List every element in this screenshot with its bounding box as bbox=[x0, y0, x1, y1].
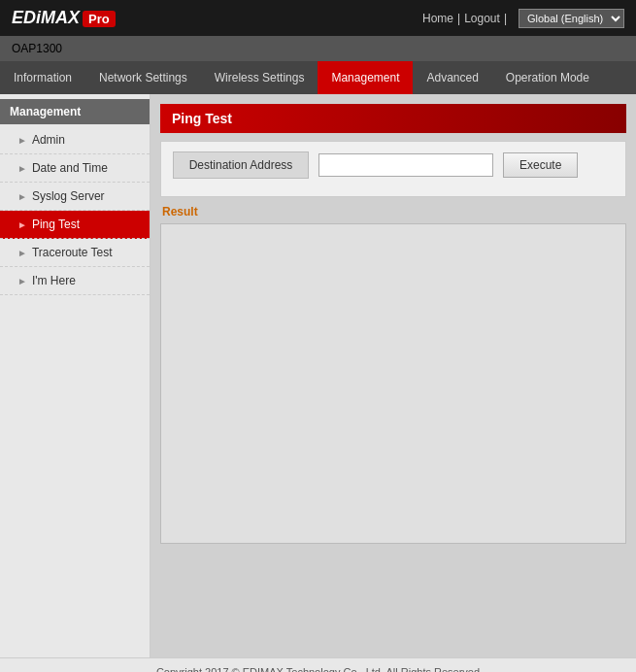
nav-item-wireless-settings[interactable]: Wireless Settings bbox=[201, 61, 318, 94]
arrow-icon: ► bbox=[17, 163, 27, 174]
arrow-icon: ► bbox=[17, 219, 27, 230]
execute-button[interactable]: Execute bbox=[503, 152, 578, 178]
nav-item-information[interactable]: Information bbox=[0, 61, 85, 94]
main-nav: Information Network Settings Wireless Se… bbox=[0, 61, 636, 94]
logout-link[interactable]: Logout bbox=[464, 12, 500, 25]
ping-form: Destination Address Execute bbox=[160, 141, 626, 197]
result-section: Result bbox=[160, 205, 626, 544]
sidebar-item-admin[interactable]: ► Admin bbox=[0, 126, 150, 154]
header-links: Home | Logout | Global (English) bbox=[422, 9, 624, 28]
arrow-icon: ► bbox=[17, 276, 27, 286]
arrow-icon: ► bbox=[17, 191, 27, 202]
sidebar-item-label: I'm Here bbox=[32, 274, 76, 287]
logo-edimax: EDiMAXPro bbox=[12, 8, 116, 28]
sidebar-header: Management bbox=[0, 99, 150, 124]
sidebar-item-label: Admin bbox=[32, 133, 65, 147]
sidebar-item-label: Ping Test bbox=[32, 218, 80, 231]
result-area bbox=[160, 223, 626, 544]
logo-pro-badge: Pro bbox=[83, 11, 116, 27]
main-layout: Management ► Admin ► Date and Time ► Sys… bbox=[0, 94, 636, 657]
sidebar-item-syslog[interactable]: ► Syslog Server bbox=[0, 183, 150, 211]
nav-item-network-settings[interactable]: Network Settings bbox=[85, 61, 201, 94]
sidebar-item-label: Syslog Server bbox=[32, 189, 105, 203]
sidebar-item-label: Traceroute Test bbox=[32, 246, 113, 259]
device-name: OAP1300 bbox=[12, 42, 62, 55]
destination-row: Destination Address Execute bbox=[173, 151, 614, 179]
nav-item-management[interactable]: Management bbox=[318, 61, 413, 94]
sidebar-item-ping-test[interactable]: ► Ping Test bbox=[0, 211, 150, 239]
device-bar: OAP1300 bbox=[0, 36, 636, 61]
separator2: | bbox=[504, 12, 507, 25]
destination-label: Destination Address bbox=[173, 151, 309, 179]
header: EDiMAXPro Home | Logout | Global (Englis… bbox=[0, 0, 636, 36]
sidebar-item-label: Date and Time bbox=[32, 161, 108, 175]
nav-item-operation-mode[interactable]: Operation Mode bbox=[492, 61, 603, 94]
sidebar-item-im-here[interactable]: ► I'm Here bbox=[0, 267, 150, 295]
sidebar: Management ► Admin ► Date and Time ► Sys… bbox=[0, 94, 151, 657]
arrow-icon: ► bbox=[17, 248, 27, 258]
arrow-icon: ► bbox=[17, 135, 27, 146]
footer-text: Copyright 2017 © EDIMAX Technology Co., … bbox=[156, 666, 480, 672]
footer: Copyright 2017 © EDIMAX Technology Co., … bbox=[0, 657, 636, 672]
destination-input[interactable] bbox=[318, 153, 493, 177]
logo: EDiMAXPro bbox=[12, 8, 116, 28]
nav-item-advanced[interactable]: Advanced bbox=[413, 61, 491, 94]
language-select[interactable]: Global (English) bbox=[519, 9, 624, 28]
page-title: Ping Test bbox=[160, 104, 626, 133]
result-label: Result bbox=[160, 205, 626, 218]
content-area: Ping Test Destination Address Execute Re… bbox=[151, 94, 636, 657]
sidebar-item-traceroute[interactable]: ► Traceroute Test bbox=[0, 239, 150, 267]
home-link[interactable]: Home bbox=[422, 12, 453, 25]
sidebar-item-date-time[interactable]: ► Date and Time bbox=[0, 154, 150, 183]
separator1: | bbox=[457, 12, 460, 25]
